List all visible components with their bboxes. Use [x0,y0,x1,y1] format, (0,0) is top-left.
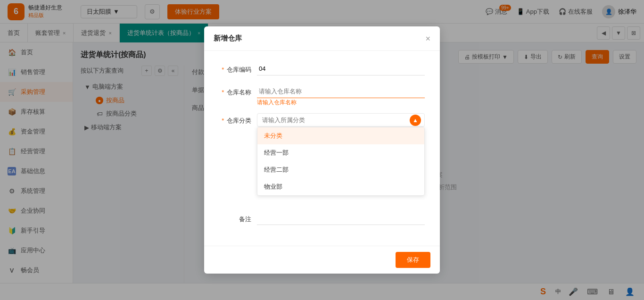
code-row: * 仓库编码 [219,62,425,75]
code-label: * 仓库编码 [219,62,257,74]
chevron-up-icon: ▲ [413,117,418,124]
note-row: 备注 [219,212,425,225]
category-select-wrap: ▲ 未分类 经营一部 经营二部 物业部 [257,113,425,127]
category-row: * 仓库分类 ▲ 未分类 经营一部 [219,113,425,127]
category-label: * 仓库分类 [219,113,257,125]
warehouse-code-input[interactable] [257,62,425,75]
modal-footer: 保存 [204,246,440,274]
dropdown-item-uncategorized[interactable]: 未分类 [257,127,424,144]
modal-overlay[interactable]: 新增仓库 × * 仓库编码 * 仓库名称 请输入仓库名称 [0,0,644,300]
select-arrow-button[interactable]: ▲ [410,115,421,126]
name-label: * 仓库名称 [219,85,257,97]
note-label: 备注 [219,212,257,224]
warehouse-name-input[interactable] [257,85,425,98]
name-row: * 仓库名称 请输入仓库名称 [219,85,425,98]
category-input[interactable] [257,113,425,127]
modal-header: 新增仓库 × [204,26,440,51]
name-error-message: 请输入仓库名称 [257,99,297,107]
dropdown-item-dept2[interactable]: 经营二部 [257,161,424,178]
save-button[interactable]: 保存 [396,252,430,268]
category-dropdown: 未分类 经营一部 经营二部 物业部 [257,127,425,196]
modal-title: 新增仓库 [214,34,242,43]
modal-close-button[interactable]: × [425,34,430,43]
dropdown-item-dept1[interactable]: 经营一部 [257,144,424,161]
modal-body: * 仓库编码 * 仓库名称 请输入仓库名称 * [204,51,440,246]
note-input[interactable] [257,212,425,225]
dropdown-item-property[interactable]: 物业部 [257,178,424,195]
add-warehouse-modal: 新增仓库 × * 仓库编码 * 仓库名称 请输入仓库名称 [204,26,440,274]
